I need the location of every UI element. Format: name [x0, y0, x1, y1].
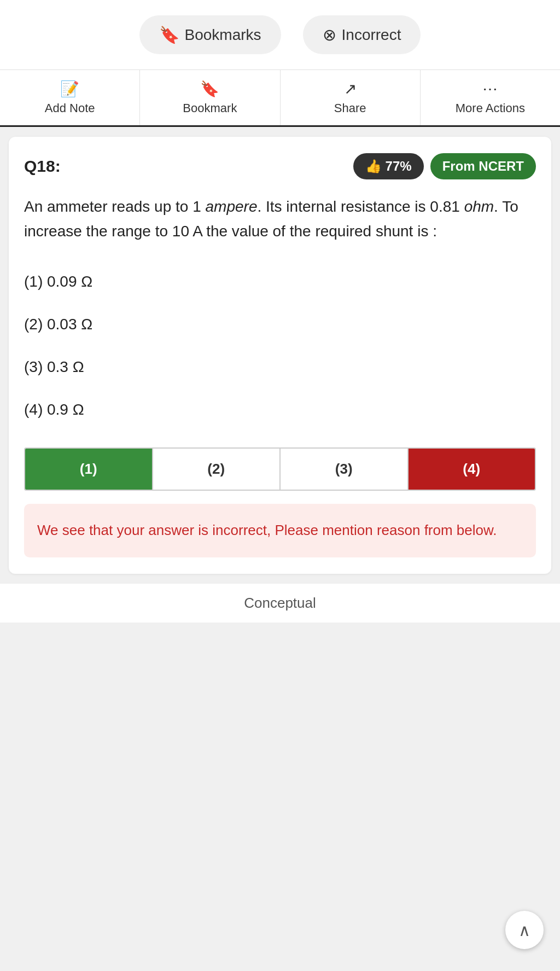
question-number: Q18:: [24, 157, 61, 176]
bookmark-action-icon: 🔖: [200, 80, 219, 98]
answer-btn-3[interactable]: (3): [281, 449, 409, 490]
more-actions-action[interactable]: ⋯ More Actions: [421, 70, 560, 125]
percent-badge: 👍 77%: [353, 153, 424, 179]
more-actions-icon: ⋯: [482, 80, 498, 98]
bookmark-action-label: Bookmark: [183, 101, 237, 115]
answer-buttons: (1) (2) (3) (4): [24, 447, 536, 491]
share-label: Share: [334, 101, 366, 115]
option-4: (4) 0.9 Ω: [24, 388, 536, 431]
share-action[interactable]: ↗ Share: [281, 70, 421, 125]
scroll-up-button[interactable]: ∧: [505, 911, 544, 949]
scroll-up-icon: ∧: [518, 921, 530, 940]
incorrect-label: Incorrect: [342, 26, 401, 44]
incorrect-button[interactable]: ⊗ Incorrect: [303, 15, 421, 54]
incorrect-icon: ⊗: [323, 25, 336, 44]
add-note-label: Add Note: [45, 101, 95, 115]
feedback-text: We see that your answer is incorrect, Pl…: [37, 519, 523, 542]
more-actions-label: More Actions: [456, 101, 525, 115]
answer-btn-1[interactable]: (1): [25, 449, 153, 490]
bookmarks-label: Bookmarks: [185, 26, 261, 44]
question-header: Q18: 👍 77% From NCERT: [24, 153, 536, 179]
answer-btn-2[interactable]: (2): [153, 449, 281, 490]
badges: 👍 77% From NCERT: [353, 153, 536, 179]
bookmark-icon: 🔖: [159, 25, 179, 44]
add-note-icon: 📝: [60, 80, 79, 98]
bottom-label: Conceptual: [0, 584, 560, 623]
answer-btn-4[interactable]: (4): [409, 449, 535, 490]
question-text: An ammeter reads up to 1 ampere. Its int…: [24, 195, 536, 244]
options-list: (1) 0.09 Ω (2) 0.03 Ω (3) 0.3 Ω (4) 0.9 …: [24, 260, 536, 431]
share-icon: ↗: [344, 80, 357, 98]
feedback-box: We see that your answer is incorrect, Pl…: [24, 504, 536, 557]
bookmarks-button[interactable]: 🔖 Bookmarks: [139, 15, 281, 54]
bookmark-action[interactable]: 🔖 Bookmark: [140, 70, 280, 125]
ncert-badge: From NCERT: [430, 153, 536, 179]
option-3: (3) 0.3 Ω: [24, 346, 536, 388]
add-note-action[interactable]: 📝 Add Note: [0, 70, 140, 125]
question-card: Q18: 👍 77% From NCERT An ammeter reads u…: [9, 137, 551, 573]
top-bar: 🔖 Bookmarks ⊗ Incorrect: [0, 0, 560, 70]
option-1: (1) 0.09 Ω: [24, 260, 536, 303]
option-2: (2) 0.03 Ω: [24, 303, 536, 346]
action-bar: 📝 Add Note 🔖 Bookmark ↗ Share ⋯ More Act…: [0, 70, 560, 127]
